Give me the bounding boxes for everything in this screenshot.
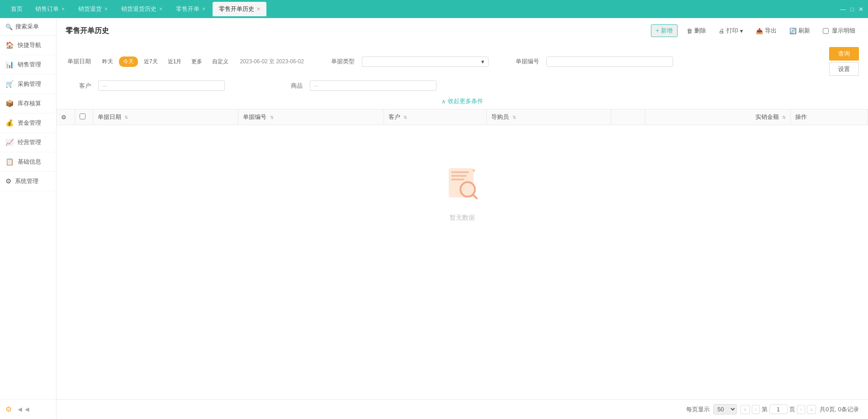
date-btn-custom[interactable]: 自定义: [208, 56, 232, 67]
sidebar-item-label: 库存核算: [18, 99, 41, 108]
select-all-checkbox[interactable]: [80, 113, 85, 119]
customer-input[interactable]: ···: [98, 80, 225, 91]
total-info: 共0页, 0条记录: [820, 405, 859, 414]
sort-icon-customer: ⇅: [403, 115, 407, 120]
data-table: ⚙ 单据日期 ⇅ 单据编号 ⇅ 客户 ⇅ 导购员 ⇅ 实销金额 ⇅ 操作: [57, 109, 868, 258]
next-page-button[interactable]: ›: [797, 405, 805, 414]
sidebar-search[interactable]: 🔍 搜索采单: [0, 18, 56, 36]
svg-rect-1: [451, 171, 469, 173]
th-customer[interactable]: 客户 ⇅: [384, 109, 486, 125]
content-area: 零售开单历史 + 新增 🗑 删除 🖨 打印 ▾ 📤 导出: [57, 18, 868, 419]
page-navigation: « ‹ 第 页 › »: [740, 405, 816, 414]
home-icon: 🏠: [5, 41, 14, 49]
tab-close-icon[interactable]: ×: [257, 6, 260, 12]
refresh-button[interactable]: 🔄 刷新: [786, 25, 814, 37]
sidebar-item-finance[interactable]: 💰 资金管理: [0, 113, 56, 133]
svg-rect-2: [451, 175, 467, 177]
sort-icon-amount: ⇅: [782, 115, 786, 120]
doc-type-label: 单据类型: [329, 57, 355, 66]
th-checkbox[interactable]: [75, 109, 93, 125]
refresh-label: 刷新: [798, 27, 810, 35]
filter-row-2: 客户 ··· 商品 ···: [66, 80, 859, 91]
page-label: 第: [762, 405, 768, 414]
sys-mgmt-icon: ⚙: [5, 177, 11, 185]
main-layout: 🔍 搜索采单 🏠 快捷导航 📊 销售管理 🛒 采购管理 📦 库存核算 💰 资金管…: [0, 18, 868, 419]
basic-info-icon: 📋: [5, 158, 14, 166]
sidebar-item-purchase-mgmt[interactable]: 🛒 采购管理: [0, 75, 56, 94]
tab-label: 销货退货: [78, 5, 102, 13]
restore-button[interactable]: □: [850, 6, 854, 13]
delete-button[interactable]: 🗑 删除: [683, 25, 710, 37]
per-page-select[interactable]: 10 20 50 100: [713, 404, 737, 414]
th-no[interactable]: 单据编号 ⇅: [238, 109, 384, 125]
sidebar-item-label: 资金管理: [18, 119, 41, 127]
first-page-button[interactable]: «: [740, 405, 750, 414]
tab-close-icon[interactable]: ×: [202, 6, 205, 12]
goods-label: 商品: [277, 82, 303, 90]
prev-page-button[interactable]: ‹: [752, 405, 760, 414]
delete-label: 删除: [694, 27, 706, 35]
tab-sales-return[interactable]: 销货退货 ×: [72, 2, 114, 16]
table-header-row: ⚙ 单据日期 ⇅ 单据编号 ⇅ 客户 ⇅ 导购员 ⇅ 实销金额 ⇅ 操作: [57, 109, 868, 125]
customer-label: 客户: [66, 82, 91, 90]
th-actions: 操作: [791, 109, 868, 125]
date-btn-more[interactable]: 更多: [187, 56, 206, 67]
display-detail-checkbox[interactable]: [823, 28, 829, 34]
tab-sales-return-history[interactable]: 销货退货历史 ×: [115, 2, 169, 16]
empty-state: ✦ 暂无数据: [57, 125, 868, 258]
svg-rect-3: [451, 179, 465, 180]
tab-close-icon[interactable]: ×: [104, 6, 108, 12]
close-button[interactable]: ✕: [859, 6, 863, 13]
export-button[interactable]: 📤 导出: [752, 25, 780, 37]
goods-input[interactable]: ···: [310, 80, 436, 91]
print-button[interactable]: 🖨 打印 ▾: [715, 25, 747, 37]
minimize-button[interactable]: —: [840, 6, 846, 13]
tab-home[interactable]: 首页: [5, 2, 29, 16]
export-icon: 📤: [756, 28, 763, 34]
tab-label: 销货退货历史: [121, 5, 157, 13]
th-settings[interactable]: ⚙: [57, 109, 75, 125]
sidebar-collapse-button[interactable]: ◄◄: [16, 405, 31, 414]
page-header: 零售开单历史 + 新增 🗑 删除 🖨 打印 ▾ 📤 导出: [57, 18, 868, 109]
collapse-filter-button[interactable]: ∧ 收起更多条件: [66, 95, 859, 109]
print-label: 打印: [726, 27, 738, 35]
tab-retail-open-history[interactable]: 零售开单历史 ×: [213, 2, 266, 16]
window-controls: — □ ✕: [840, 6, 863, 13]
doc-type-select[interactable]: ▾: [362, 56, 489, 67]
last-page-button[interactable]: »: [807, 405, 816, 414]
add-button[interactable]: + 新增: [651, 24, 678, 37]
date-btn-1month[interactable]: 近1月: [164, 56, 186, 67]
empty-row: ✦ 暂无数据: [57, 125, 868, 259]
filter-setting-button[interactable]: 设置: [829, 62, 859, 76]
sidebar-item-label: 采购管理: [18, 80, 41, 88]
th-amount[interactable]: 实销金额 ⇅: [645, 109, 791, 125]
date-btn-7days[interactable]: 近7天: [140, 56, 162, 67]
toolbar: + 新增 🗑 删除 🖨 打印 ▾ 📤 导出 🔄: [651, 24, 859, 37]
tab-retail-open[interactable]: 零售开单 ×: [170, 2, 212, 16]
date-range-display: 2023-06-02 至 2023-06-02: [240, 58, 304, 66]
sidebar: 🔍 搜索采单 🏠 快捷导航 📊 销售管理 🛒 采购管理 📦 库存核算 💰 资金管…: [0, 18, 57, 419]
page-number-input[interactable]: [769, 405, 787, 414]
tab-close-icon[interactable]: ×: [159, 6, 162, 12]
sidebar-item-sales-mgmt[interactable]: 📊 销售管理: [0, 55, 56, 75]
sidebar-item-operations[interactable]: 📈 经营管理: [0, 133, 56, 152]
display-detail-toggle[interactable]: 显示明细: [819, 25, 859, 37]
tab-close-icon[interactable]: ×: [62, 6, 65, 12]
tab-sales-order[interactable]: 销售订单 ×: [29, 2, 71, 16]
goods-dots: ···: [314, 82, 319, 89]
th-salesperson[interactable]: 导购员 ⇅: [487, 109, 611, 125]
sidebar-item-inventory[interactable]: 📦 库存核算: [0, 94, 56, 113]
date-btn-yesterday[interactable]: 昨天: [98, 56, 117, 67]
query-button[interactable]: 查询: [829, 47, 859, 61]
doc-no-input[interactable]: [546, 56, 673, 67]
th-date[interactable]: 单据日期 ⇅: [93, 109, 238, 125]
sidebar-item-sys-mgmt[interactable]: ⚙ 系统管理: [0, 172, 56, 191]
sidebar-item-basic-info[interactable]: 📋 基础信息: [0, 152, 56, 172]
date-btn-today[interactable]: 今天: [119, 56, 138, 67]
purchase-icon: 🛒: [5, 80, 14, 88]
inventory-icon: 📦: [5, 99, 14, 108]
table-body: ✦ 暂无数据: [57, 125, 868, 259]
settings-gear-button[interactable]: ⚙: [5, 405, 12, 414]
sidebar-item-quick-nav[interactable]: 🏠 快捷导航: [0, 36, 56, 55]
page-title-row: 零售开单历史 + 新增 🗑 删除 🖨 打印 ▾ 📤 导出: [66, 24, 859, 37]
